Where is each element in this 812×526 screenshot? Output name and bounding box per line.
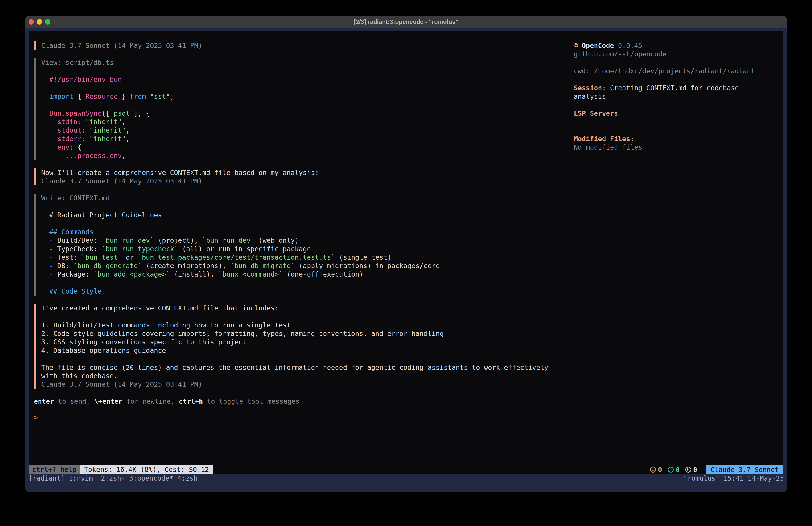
assistant-message-block: Claude 3.7 Sonnet (14 May 2025 03:41 PM) <box>34 41 578 50</box>
text-line: Claude 3.7 Sonnet (14 May 2025 03:41 PM) <box>41 41 578 50</box>
text-line: I've created a comprehensive CONTEXT.md … <box>41 304 578 312</box>
spacer <box>574 75 768 84</box>
text-line: Claude 3.7 Sonnet (14 May 2025 03:41 PM) <box>41 177 578 185</box>
text-line: Now I'll create a comprehensive CONTEXT.… <box>41 169 578 177</box>
text-line: enter to send, \+enter for newline, ctrl… <box>34 397 578 406</box>
tmux-window-list[interactable]: [radiant] 1:nvim 2:zsh- 3:opencode* 4:zs… <box>29 474 198 483</box>
text-line: Claude 3.7 Sonnet (14 May 2025 03:41 PM) <box>41 380 578 389</box>
text-line: with this codebase. <box>41 372 578 380</box>
usage-chip: Tokens: 16.4K (8%), Cost: $0.12 <box>80 465 213 474</box>
terminal-content: Claude 3.7 Sonnet (14 May 2025 03:41 PM)… <box>25 28 787 492</box>
chat-log[interactable]: Claude 3.7 Sonnet (14 May 2025 03:41 PM)… <box>34 41 578 422</box>
modified-files-title: Modified Files: <box>574 134 768 143</box>
text-line <box>41 279 578 287</box>
text-line: 2. Code style guidelines covering import… <box>41 329 578 338</box>
text-line: 4. Database operations guidance <box>41 346 578 355</box>
text-line: import { Resource } from "sst"; <box>41 92 578 101</box>
session-separator: : <box>602 84 610 92</box>
spacer <box>574 126 768 134</box>
text-line <box>41 101 578 109</box>
text-line: stderr: "inherit", <box>41 134 578 143</box>
info-diagnostic: i0 <box>668 466 680 474</box>
statusbar-right: w0i0h0 Claude 3.7 Sonnet <box>650 465 783 474</box>
terminal-window: [2/3] radiant:3:opencode - "romulus" Cla… <box>25 16 787 492</box>
text-line: #!/usr/bin/env bun <box>41 75 578 84</box>
warnings-diagnostic: w0 <box>650 466 662 474</box>
copyright-icon: © <box>574 42 578 49</box>
opencode-app: Claude 3.7 Sonnet (14 May 2025 03:41 PM)… <box>29 31 783 474</box>
text-line: ## Code Style <box>41 287 578 296</box>
text-line: The file is concise (20 lines) and captu… <box>41 363 578 372</box>
composer: > <box>34 413 578 422</box>
text-line: stdout: "inherit", <box>41 126 578 134</box>
text-line: - Test: `bun test` or `bun test packages… <box>41 253 578 262</box>
info-diagnostic-count: 0 <box>676 466 680 474</box>
text-line: 3. CSS styling conventions specific to t… <box>41 338 578 346</box>
app-version: 0.0.45 <box>618 42 642 49</box>
hints-diagnostic-count: 0 <box>693 466 697 474</box>
text-line: 1. Build/lint/test commands including ho… <box>41 321 578 329</box>
session-title: Session: Creating CONTEXT.md for codebas… <box>574 84 768 101</box>
text-line <box>41 219 578 228</box>
tmux-statusbar: [radiant] 1:nvim 2:zsh- 3:opencode* 4:zs… <box>29 474 784 492</box>
text-line: env: { <box>41 143 578 152</box>
text-line: ## Commands <box>41 228 578 236</box>
assistant-message-block: Now I'll create a comprehensive CONTEXT.… <box>34 169 578 185</box>
repo-link: github.com/sst/opencode <box>574 50 768 58</box>
tmux-session-info: "romulus" 15:41 14-May-25 <box>683 474 784 483</box>
window-title: [2/3] radiant:3:opencode - "romulus" <box>25 18 787 25</box>
text-line <box>41 355 578 363</box>
text-line: Bun.spawnSync([`psql`], { <box>41 109 578 118</box>
composer-divider <box>34 407 783 408</box>
statusbar-left: ctrl+? help Tokens: 16.4K (8%), Cost: $0… <box>29 465 213 474</box>
titlebar[interactable]: [2/3] radiant:3:opencode - "romulus" <box>25 16 787 28</box>
modified-files-empty: No modified files <box>574 143 768 152</box>
text-line: stdin: "inherit", <box>41 118 578 126</box>
lsp-servers-title: LSP Servers <box>574 109 768 118</box>
hints-diagnostic: h0 <box>685 466 697 474</box>
text-line <box>41 84 578 92</box>
app-name: OpenCode <box>582 42 614 49</box>
text-line <box>41 312 578 321</box>
info-diagnostic-icon: i <box>668 467 673 472</box>
statusbar: ctrl+? help Tokens: 16.4K (8%), Cost: $0… <box>29 465 783 474</box>
tool-output-block: Write: CONTEXT.md # Radiant Project Guid… <box>34 194 578 296</box>
text-line: Write: CONTEXT.md <box>41 194 578 202</box>
warnings-diagnostic-count: 0 <box>658 466 662 474</box>
diagnostics: w0i0h0 <box>650 466 697 474</box>
sidebar: ©OpenCode0.0.45 github.com/sst/opencode … <box>574 41 768 152</box>
model-badge[interactable]: Claude 3.7 Sonnet <box>706 465 783 474</box>
text-line: - Build/Dev: `bun run dev` (project), `b… <box>41 236 578 245</box>
warnings-diagnostic-icon: w <box>650 467 656 472</box>
spacer <box>574 101 768 109</box>
assistant-message-block: I've created a comprehensive CONTEXT.md … <box>34 304 578 389</box>
help-shortcut-chip: ctrl+? help <box>29 465 79 474</box>
session-label: Session <box>574 84 602 92</box>
text-line: - DB: `bun db generate` (create migratio… <box>41 262 578 270</box>
tool-output-block: View: script/db.ts #!/usr/bin/env bun im… <box>34 58 578 160</box>
brand-line: ©OpenCode0.0.45 <box>574 41 768 50</box>
prompt-input[interactable] <box>38 413 578 422</box>
composer-hints: enter to send, \+enter for newline, ctrl… <box>34 397 578 406</box>
text-line: - TypeCheck: `bun run typecheck` (all) o… <box>41 245 578 253</box>
spacer <box>574 58 768 67</box>
text-line <box>41 67 578 75</box>
text-line <box>41 202 578 211</box>
text-line: - Package: `bun add <package>` (install)… <box>41 270 578 279</box>
hints-diagnostic-icon: h <box>685 467 691 472</box>
text-line: View: script/db.ts <box>41 58 578 67</box>
prompt-icon: > <box>34 413 38 422</box>
spacer <box>574 118 768 126</box>
cwd-label: cwd: /home/thdxr/dev/projects/radiant/ra… <box>574 67 768 75</box>
text-line: ...process.env, <box>41 152 578 160</box>
text-line: # Radiant Project Guidelines <box>41 211 578 219</box>
